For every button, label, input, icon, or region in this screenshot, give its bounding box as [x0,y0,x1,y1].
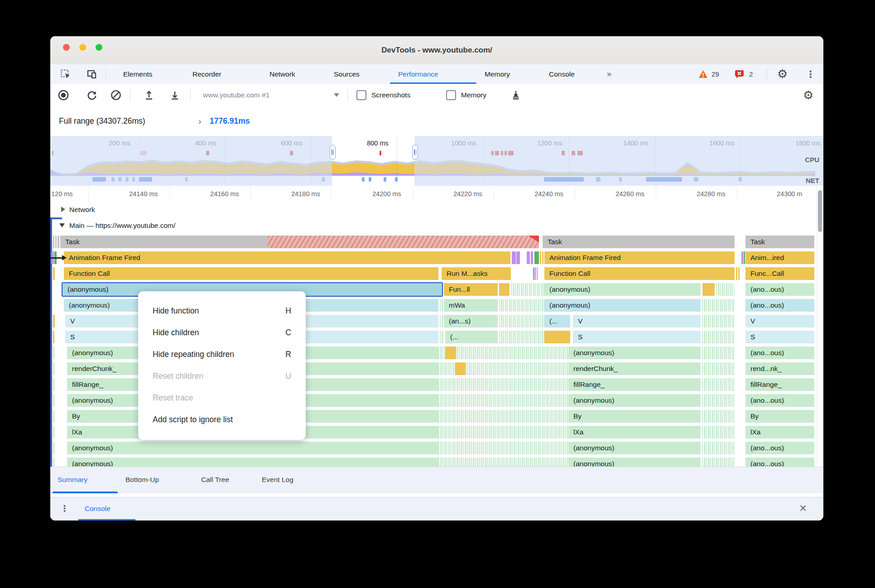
flame-segment[interactable] [537,267,538,280]
flame-segment[interactable] [438,458,568,467]
flame-segment[interactable] [53,331,54,343]
flame-segment[interactable] [55,236,57,248]
flame-segment[interactable]: (anonymous) [568,347,701,359]
menu-item-add-script-to-ignore-list[interactable]: Add script to ignore list [138,409,306,430]
drawer-tab-console[interactable]: Console [85,497,111,521]
flame-segment[interactable] [53,394,54,407]
flame-segment[interactable]: lXa [745,426,814,439]
flame-segment[interactable]: mWa [444,299,498,312]
flame-segment[interactable] [744,251,745,264]
flame-segment[interactable]: (ano...ous) [745,442,814,454]
flame-segment[interactable] [440,315,443,328]
flame-segment[interactable] [716,283,735,296]
flame-segment[interactable]: V [573,315,701,328]
flame-segment[interactable] [527,251,530,264]
flame-segment[interactable] [738,267,740,280]
flame-segment[interactable] [702,331,735,343]
menu-item-hide-children[interactable]: Hide childrenC [138,322,306,343]
flame-segment[interactable]: (ano...ous) [745,347,814,359]
flame-segment[interactable] [53,236,54,248]
flame-segment[interactable]: (anonymous) [568,442,701,454]
flame-segment[interactable]: Function Call [64,267,438,280]
flame-segment[interactable] [438,394,568,407]
flame-segment[interactable] [499,299,544,312]
flame-segment[interactable] [438,378,568,391]
flame-segment[interactable]: lXa [568,426,701,439]
flame-segment[interactable]: Task [543,236,735,248]
flame-segment[interactable]: (anonymous) [544,283,701,296]
menu-item-hide-function[interactable]: Hide functionH [138,300,306,322]
tab-call-tree[interactable]: Call Tree [201,467,229,493]
flame-segment[interactable] [702,410,735,423]
flame-segment[interactable]: Animation Frame Fired [544,251,735,264]
flame-segment[interactable]: Task [60,236,268,248]
flame-segment[interactable] [736,267,737,280]
flame-segment[interactable]: renderChunk_ [568,362,701,375]
flame-segment[interactable]: (ano...ous) [745,299,814,312]
flame-segment[interactable] [53,362,54,375]
flame-segment[interactable] [542,251,543,264]
flame-segment[interactable] [268,236,539,248]
drawer-kebab-menu-icon[interactable]: ⋮ [60,497,69,521]
flame-segment[interactable]: By [568,410,701,423]
flame-segment[interactable]: (... [445,331,498,343]
flame-segment[interactable]: (ano...ous) [745,394,814,407]
flame-segment[interactable] [741,251,743,264]
flame-segment[interactable] [511,283,544,296]
flame-segment[interactable] [702,283,715,296]
flame-segment[interactable]: rend...nk_ [745,362,814,375]
flame-segment[interactable] [53,410,54,423]
flame-segment[interactable] [702,394,735,407]
flame-segment[interactable] [544,331,570,343]
flame-segment[interactable]: Func...Call [745,267,814,280]
flame-segment[interactable]: Animation Frame Fired [64,251,510,264]
flame-segment[interactable] [438,426,568,439]
flame-segment[interactable]: (anonymous) [568,394,701,407]
drawer-splitter[interactable] [50,493,823,497]
flame-segment[interactable] [53,442,54,454]
tab-summary[interactable]: Summary [58,467,87,493]
flame-segment[interactable]: S [573,331,701,343]
flame-segment[interactable] [53,426,54,439]
flame-segment[interactable] [702,458,735,467]
flame-segment[interactable] [540,251,541,264]
flame-segment[interactable]: Fun...ll [444,283,498,296]
flame-segment[interactable]: (ano...ous) [745,283,814,296]
tab-event-log[interactable]: Event Log [262,467,293,493]
flame-segment[interactable] [438,410,568,423]
flame-segment[interactable] [499,283,510,296]
flame-segment[interactable]: V [745,315,814,328]
flame-segment[interactable]: (an...s) [444,315,498,328]
flame-segment[interactable] [53,267,55,280]
flame-segment[interactable] [53,458,54,467]
flame-segment[interactable] [455,362,466,375]
flame-segment[interactable] [499,315,544,328]
flame-segment[interactable] [440,331,444,343]
flame-segment[interactable]: Function Call [544,267,735,280]
flame-segment[interactable]: S [745,331,814,343]
flame-segment[interactable] [58,236,59,248]
flame-segment[interactable] [516,251,520,264]
flame-segment[interactable] [440,299,443,312]
flame-segment[interactable] [53,347,54,359]
flame-segment[interactable] [499,331,544,343]
flame-segment[interactable]: (anonymous) [67,458,438,467]
flame-segment[interactable] [53,378,54,391]
scrollbar-thumb[interactable] [818,190,822,232]
flame-segment[interactable]: (anonymous) [568,458,701,467]
flame-segment[interactable] [53,315,55,328]
flame-segment[interactable] [512,251,516,264]
flame-segment[interactable]: fillRange_ [745,378,814,391]
flame-segment[interactable] [534,267,536,280]
flame-segment[interactable] [702,315,735,328]
flame-segment[interactable] [438,347,568,359]
flame-segment[interactable] [702,362,735,375]
flame-segment[interactable]: Run M...asks [442,267,511,280]
flame-segment[interactable]: Anim...ired [745,251,814,264]
flame-segment[interactable] [445,347,456,359]
flame-segment[interactable]: (anonymous) [544,299,701,312]
flame-segment[interactable] [702,426,735,439]
flame-segment[interactable]: By [745,410,814,423]
flame-segment[interactable] [438,442,568,454]
flame-segment[interactable] [533,267,534,280]
